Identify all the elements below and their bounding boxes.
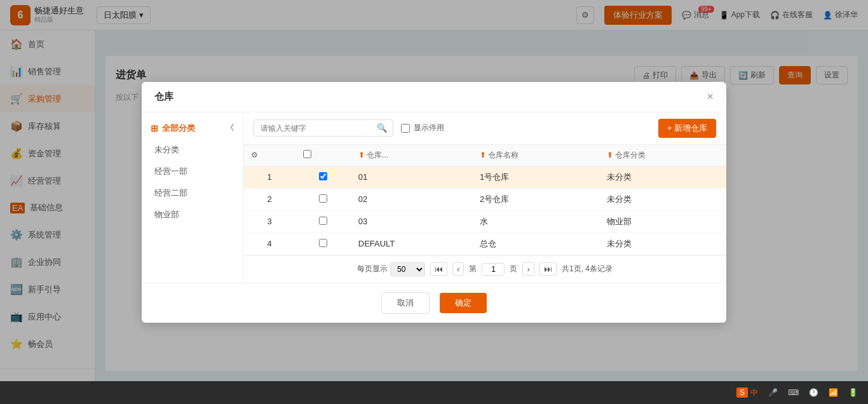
sort-icon3: ⬆ bbox=[607, 151, 613, 159]
row-num-2: 2 bbox=[243, 188, 295, 210]
all-categories-label: 全部分类 bbox=[162, 123, 195, 134]
row-check-2[interactable] bbox=[295, 188, 351, 210]
grid-icon: ⊞ bbox=[151, 123, 158, 133]
total-label: 共1页, 4条记录 bbox=[562, 264, 613, 274]
modal-backdrop: 仓库 × ⊞ 全部分类 《 未分类 经营一部 经营二部 bbox=[0, 0, 868, 404]
row-num-4: 4 bbox=[243, 232, 295, 255]
th-code: ⬆ 仓库... bbox=[351, 145, 472, 166]
confirm-button[interactable]: 确定 bbox=[440, 293, 487, 313]
row-checkbox-3[interactable] bbox=[319, 217, 327, 225]
row-cat-4: 未分类 bbox=[599, 232, 726, 255]
table-scroll[interactable]: ⚙ ⬆ 仓库... ⬆ 仓库名称 bbox=[243, 145, 726, 255]
per-page-select[interactable]: 50 100 bbox=[390, 262, 425, 276]
row-num-1: 1 bbox=[243, 166, 295, 188]
row-code-4: DEFAULT bbox=[351, 232, 472, 255]
row-num-3: 3 bbox=[243, 210, 295, 232]
status-wifi: 📶 bbox=[829, 388, 838, 397]
row-checkbox-2[interactable] bbox=[319, 194, 327, 203]
row-cat-2: 未分类 bbox=[599, 188, 726, 210]
row-cat-1: 未分类 bbox=[599, 166, 726, 188]
warehouse-table: ⚙ ⬆ 仓库... ⬆ 仓库名称 bbox=[243, 145, 726, 255]
table-area: 🔍 显示停用 + 新增仓库 ⚙ bbox=[243, 112, 726, 283]
sort-icon: ⬆ bbox=[358, 151, 365, 159]
pagination-bar: 每页显示 50 100 ⏮ ‹ 第 1 页 › ⏭ 共1页, 4条记录 bbox=[243, 255, 726, 283]
status-clock: 🕐 bbox=[809, 388, 818, 397]
cat-item-0[interactable]: 未分类 bbox=[142, 139, 243, 161]
row-checkbox-1[interactable] bbox=[319, 172, 327, 180]
table-header-row: ⚙ ⬆ 仓库... ⬆ 仓库名称 bbox=[243, 145, 726, 166]
table-row[interactable]: 3 03 水 物业部 bbox=[243, 210, 726, 232]
row-code-3: 03 bbox=[351, 210, 472, 232]
add-warehouse-button[interactable]: + 新增仓库 bbox=[658, 119, 716, 138]
table-row[interactable]: 4 DEFAULT 总仓 未分类 bbox=[243, 232, 726, 255]
modal-close-button[interactable]: × bbox=[707, 91, 714, 102]
modal-body: ⊞ 全部分类 《 未分类 经营一部 经营二部 物业部 bbox=[142, 112, 726, 283]
row-name-3: 水 bbox=[472, 210, 599, 232]
status-lang: S 中 bbox=[736, 387, 758, 398]
row-cat-3: 物业部 bbox=[599, 210, 726, 232]
table-head: ⚙ ⬆ 仓库... ⬆ 仓库名称 bbox=[243, 145, 726, 166]
cat-item-1[interactable]: 经营一部 bbox=[142, 161, 243, 182]
row-name-4: 总仓 bbox=[472, 232, 599, 255]
next-page-button[interactable]: › bbox=[522, 262, 534, 276]
modal-header: 仓库 × bbox=[142, 82, 726, 112]
per-page-label: 每页显示 bbox=[357, 264, 388, 274]
status-bar: S 中 🎤 ⌨ 🕐 📶 🔋 bbox=[0, 381, 868, 404]
page-label: 第 bbox=[469, 264, 477, 274]
row-name-2: 2号仓库 bbox=[472, 188, 599, 210]
all-categories-item[interactable]: ⊞ 全部分类 《 bbox=[142, 118, 243, 139]
row-checkbox-4[interactable] bbox=[319, 239, 327, 247]
warehouse-modal: 仓库 × ⊞ 全部分类 《 未分类 经营一部 经营二部 bbox=[142, 82, 726, 323]
search-button[interactable]: 🔍 bbox=[372, 120, 393, 136]
th-name: ⬆ 仓库名称 bbox=[472, 145, 599, 166]
last-page-button[interactable]: ⏭ bbox=[539, 262, 557, 276]
sort-icon2: ⬆ bbox=[480, 151, 486, 159]
row-check-1[interactable] bbox=[295, 166, 351, 188]
show-disabled-label[interactable]: 显示停用 bbox=[401, 123, 444, 133]
first-page-button[interactable]: ⏮ bbox=[430, 262, 447, 276]
cat-item-3[interactable]: 物业部 bbox=[142, 204, 243, 226]
show-disabled-text: 显示停用 bbox=[414, 123, 444, 133]
th-check bbox=[295, 145, 351, 166]
modal-footer: 取消 确定 bbox=[142, 283, 726, 323]
table-row[interactable]: 2 02 2号仓库 未分类 bbox=[243, 188, 726, 210]
row-code-1: 01 bbox=[351, 166, 472, 188]
page-unit: 页 bbox=[510, 264, 517, 274]
table-toolbar: 🔍 显示停用 + 新增仓库 bbox=[243, 112, 726, 145]
table-body: 1 01 1号仓库 未分类 2 02 2号仓库 bbox=[243, 166, 726, 255]
row-name-1: 1号仓库 bbox=[472, 166, 599, 188]
status-keyboard[interactable]: ⌨ bbox=[788, 388, 799, 397]
prev-page-button[interactable]: ‹ bbox=[452, 262, 464, 276]
page-size-select: 每页显示 50 100 bbox=[357, 262, 425, 276]
modal-title: 仓库 bbox=[154, 91, 173, 103]
category-panel: ⊞ 全部分类 《 未分类 经营一部 经营二部 物业部 bbox=[142, 112, 243, 283]
status-battery: 🔋 bbox=[848, 388, 858, 397]
select-all-checkbox[interactable] bbox=[303, 150, 311, 158]
search-box: 🔍 bbox=[254, 119, 393, 137]
cancel-button[interactable]: 取消 bbox=[381, 292, 430, 314]
status-mic[interactable]: 🎤 bbox=[768, 388, 778, 397]
show-disabled-checkbox[interactable] bbox=[401, 124, 410, 133]
row-code-2: 02 bbox=[351, 188, 472, 210]
th-gear: ⚙ bbox=[243, 145, 295, 166]
row-check-3[interactable] bbox=[295, 210, 351, 232]
collapse-icon[interactable]: 《 bbox=[226, 123, 234, 133]
page-number-input[interactable]: 1 bbox=[482, 263, 505, 276]
row-check-4[interactable] bbox=[295, 232, 351, 255]
table-row[interactable]: 1 01 1号仓库 未分类 bbox=[243, 166, 726, 188]
cat-item-2[interactable]: 经营二部 bbox=[142, 182, 243, 204]
search-input[interactable] bbox=[254, 121, 372, 136]
th-category: ⬆ 仓库分类 bbox=[599, 145, 726, 166]
